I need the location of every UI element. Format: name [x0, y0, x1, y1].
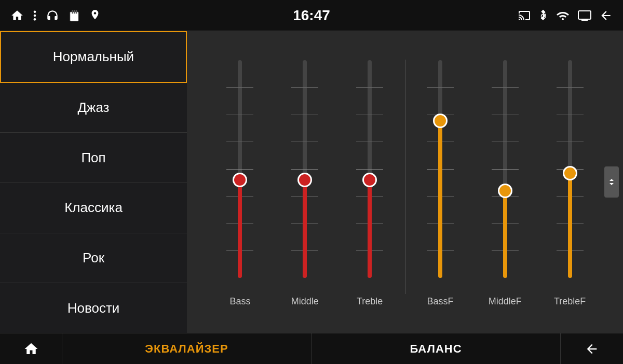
bassf-label: BassF: [427, 296, 453, 307]
sidebar-item-jazz[interactable]: Джаз: [0, 83, 187, 133]
svg-rect-9: [578, 11, 591, 19]
sidebar-item-classic[interactable]: Классика: [0, 183, 187, 233]
svg-point-2: [34, 18, 36, 21]
home-icon[interactable]: [10, 9, 24, 22]
slider-middlef[interactable]: MiddleF: [472, 47, 537, 307]
sidebar: Нормальный Джаз Поп Классика Рок Новости: [0, 31, 187, 333]
back-nav-icon[interactable]: [599, 9, 613, 22]
bottom-back-button[interactable]: [561, 333, 623, 364]
screen-mirror-icon[interactable]: [577, 10, 592, 21]
slider-bassf[interactable]: BassF: [408, 47, 473, 307]
scroll-indicator[interactable]: [604, 166, 619, 198]
location-icon[interactable]: [89, 9, 101, 22]
slider-treble[interactable]: Treble: [337, 47, 402, 307]
bass-label: Bass: [229, 296, 250, 307]
status-left-icons: [10, 9, 101, 22]
treblef-label: TrebleF: [554, 296, 586, 307]
headphones-icon[interactable]: [46, 9, 59, 22]
treble-label: Treble: [357, 296, 383, 307]
status-right-icons: ⌀: [518, 9, 613, 22]
middle-label: Middle: [291, 296, 319, 307]
sidebar-item-normal[interactable]: Нормальный: [0, 31, 187, 83]
sliders-container: Bass: [192, 41, 618, 312]
svg-point-0: [34, 10, 36, 13]
menu-dots-icon[interactable]: [33, 10, 36, 21]
slider-bass[interactable]: Bass: [208, 47, 273, 307]
svg-text:⌀: ⌀: [540, 9, 546, 20]
status-bar: 16:47 ⌀: [0, 0, 623, 31]
sidebar-item-news[interactable]: Новости: [0, 283, 187, 333]
svg-rect-6: [74, 10, 75, 13]
svg-rect-5: [72, 10, 73, 13]
clock: 16:47: [293, 7, 330, 24]
wifi-icon[interactable]: [556, 10, 570, 21]
bottom-balance-button[interactable]: БАЛАНС: [312, 333, 561, 364]
middlef-label: MiddleF: [489, 296, 522, 307]
bottom-bar: ЭКВАЛАЙЗЕР БАЛАНС: [0, 333, 623, 364]
group-divider: [405, 60, 405, 294]
bottom-home-button[interactable]: [0, 333, 62, 364]
svg-rect-7: [76, 10, 77, 13]
slider-treblef[interactable]: TrebleF: [537, 47, 602, 307]
main-content: Нормальный Джаз Поп Классика Рок Новости: [0, 31, 623, 333]
cast-icon[interactable]: [518, 9, 531, 22]
svg-point-1: [34, 14, 36, 17]
equalizer-panel: Bass: [187, 31, 623, 333]
bluetooth-icon[interactable]: ⌀: [538, 9, 548, 22]
sidebar-item-pop[interactable]: Поп: [0, 133, 187, 183]
sidebar-item-rock[interactable]: Рок: [0, 233, 187, 284]
slider-middle[interactable]: Middle: [273, 47, 337, 307]
bottom-equalizer-button[interactable]: ЭКВАЛАЙЗЕР: [62, 333, 312, 364]
sdcard-icon[interactable]: [69, 9, 80, 22]
